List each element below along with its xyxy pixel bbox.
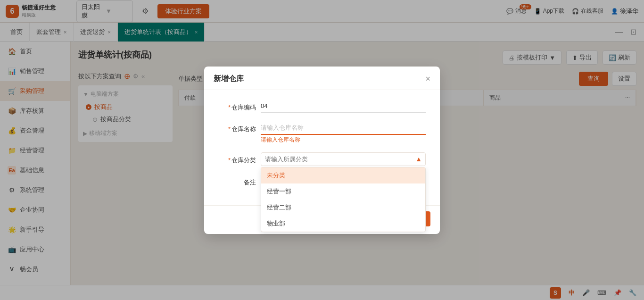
notes-label: 备注	[218, 175, 256, 187]
dropdown-item-dept1[interactable]: 经营一部	[261, 183, 425, 200]
warehouse-name-label: *仓库名称	[218, 121, 256, 133]
dialog-close-button[interactable]: ×	[425, 75, 430, 83]
dialog-title: 新增仓库	[214, 74, 244, 84]
category-input[interactable]	[261, 152, 426, 166]
warehouse-category-field: ▲ 未分类 经营一部 经营二部 物业部	[261, 152, 426, 166]
dialog-body: *仓库编码 *仓库名称 请输入仓库名称 *仓库分类	[204, 90, 440, 205]
overlay[interactable]: 新增仓库 × *仓库编码 *仓库名称 请输入仓库名称	[0, 0, 644, 300]
dialog-header: 新增仓库 ×	[204, 67, 440, 90]
form-row-category: *仓库分类 ▲ 未分类 经营一部 经营二部 物业部	[218, 152, 426, 166]
dropdown-item-dept2[interactable]: 经营二部	[261, 200, 425, 216]
warehouse-code-field	[261, 100, 426, 113]
dropdown-item-property[interactable]: 物业部	[261, 216, 425, 232]
category-select-wrapper: ▲	[261, 152, 426, 166]
dialog-new-warehouse: 新增仓库 × *仓库编码 *仓库名称 请输入仓库名称	[204, 67, 440, 234]
warehouse-name-error: 请输入仓库名称	[261, 136, 426, 144]
warehouse-code-input[interactable]	[261, 100, 426, 113]
dropdown-item-uncategorized[interactable]: 未分类	[261, 167, 425, 183]
warehouse-code-label: *仓库编码	[218, 100, 256, 112]
warehouse-name-input[interactable]	[261, 121, 426, 135]
form-row-code: *仓库编码	[218, 100, 426, 113]
form-row-name: *仓库名称 请输入仓库名称	[218, 121, 426, 144]
category-dropdown: 未分类 经营一部 经营二部 物业部	[261, 167, 426, 232]
warehouse-name-field: 请输入仓库名称	[261, 121, 426, 144]
warehouse-category-label: *仓库分类	[218, 152, 256, 165]
